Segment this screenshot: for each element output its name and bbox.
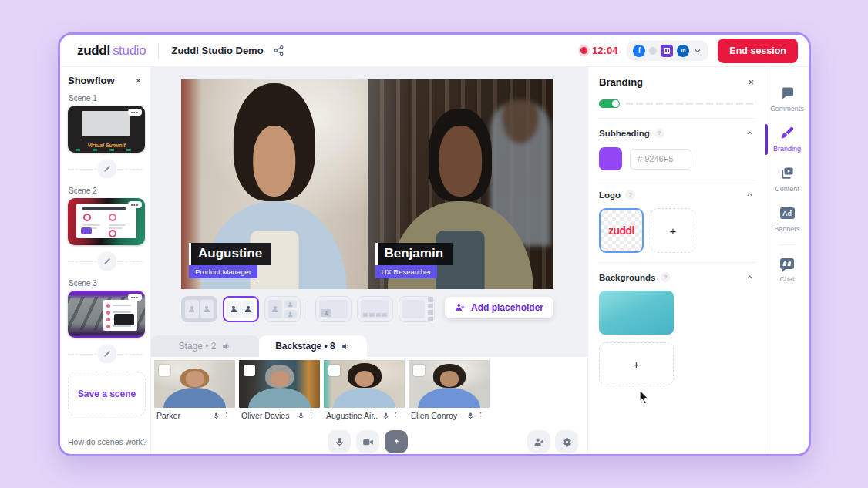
subheading-color-swatch[interactable] bbox=[599, 147, 622, 170]
right-toolbar: Comments Branding Content Ad Banners Cha bbox=[765, 67, 809, 454]
kebab-menu-icon[interactable]: ⋮ bbox=[307, 411, 315, 421]
invite-person-button[interactable] bbox=[527, 430, 550, 453]
person-add-icon bbox=[455, 302, 466, 313]
participant-video[interactable] bbox=[154, 360, 235, 408]
toolbar-divider bbox=[779, 244, 796, 245]
participant-checkbox[interactable] bbox=[413, 365, 425, 376]
toolbar-item-banners[interactable]: Ad Banners bbox=[765, 200, 809, 240]
share-icon[interactable] bbox=[273, 45, 284, 56]
toolbar-item-content[interactable]: Content bbox=[765, 160, 809, 200]
scene-2-edit-button[interactable] bbox=[97, 252, 116, 271]
speaker-video-benjamin[interactable]: Benjamin UX Researcher bbox=[368, 79, 554, 289]
camera-button[interactable] bbox=[356, 430, 379, 453]
kebab-menu-icon[interactable]: ⋮ bbox=[222, 411, 230, 421]
add-placeholder-button[interactable]: Add placeholder bbox=[445, 297, 553, 318]
participant-video[interactable] bbox=[409, 360, 490, 408]
participant-card: Ellen Conroy ⋮ bbox=[409, 360, 490, 423]
add-logo-button[interactable]: + bbox=[651, 208, 695, 253]
stage-canvas: Augustine Product Manager Benjamin UX Re… bbox=[181, 79, 553, 289]
layout-selector bbox=[181, 295, 435, 323]
scene-2-thumbnail[interactable]: ••• bbox=[68, 198, 145, 245]
tab-backstage[interactable]: Backstage • 8 bbox=[259, 335, 367, 357]
scene-1-thumbnail[interactable]: Virtual Summit ••• bbox=[68, 106, 145, 153]
scene-3-menu-icon[interactable]: ••• bbox=[128, 294, 142, 301]
stage-backstage-tabs: Stage • 2 Backstage • 8 bbox=[151, 335, 367, 357]
branding-close-icon[interactable]: × bbox=[748, 77, 754, 87]
toggle-on-icon[interactable] bbox=[599, 99, 620, 108]
scene-3-thumbnail[interactable]: ••• bbox=[68, 291, 145, 338]
layout-split-button-selected[interactable] bbox=[223, 296, 259, 322]
stream-destinations[interactable]: f in bbox=[627, 41, 708, 61]
branding-title: Branding bbox=[599, 76, 643, 88]
backstage-strip: Parker ⋮ Oliver Davies ⋮ bbox=[151, 357, 587, 423]
disabled-destination-icon[interactable] bbox=[649, 47, 657, 55]
toolbar-item-branding[interactable]: Branding bbox=[765, 119, 809, 160]
settings-gear-button[interactable] bbox=[555, 430, 578, 453]
scene-3-label: Scene 3 bbox=[69, 279, 146, 288]
scene-2-menu-icon[interactable]: ••• bbox=[128, 201, 142, 208]
background-teal-thumbnail[interactable] bbox=[599, 291, 674, 335]
kebab-menu-icon[interactable]: ⋮ bbox=[392, 411, 400, 421]
scene-1-caption: Virtual Summit bbox=[68, 143, 145, 148]
branding-panel: Branding × Subheading ? # 9246F5 Logo ? … bbox=[587, 67, 765, 454]
speaker-icon bbox=[221, 342, 231, 352]
help-icon[interactable]: ? bbox=[661, 272, 671, 282]
logo-tile-selected[interactable]: zuddl bbox=[599, 208, 644, 253]
collapse-chevron-icon[interactable] bbox=[745, 273, 754, 281]
session-timer: 12:04 bbox=[580, 45, 617, 56]
background-aurora-thumbnail[interactable] bbox=[681, 291, 752, 335]
participant-video[interactable] bbox=[324, 360, 405, 408]
help-icon[interactable]: ? bbox=[625, 190, 635, 200]
participant-name: Oliver Davies bbox=[241, 411, 297, 420]
collapse-chevron-icon[interactable] bbox=[745, 129, 754, 137]
microphone-button[interactable] bbox=[328, 430, 351, 453]
kebab-menu-icon[interactable]: ⋮ bbox=[476, 411, 485, 421]
toolbar-item-chat[interactable]: Chat bbox=[765, 250, 809, 290]
layout-bottom-strip-button[interactable] bbox=[357, 296, 393, 322]
participant-name: Augustine Air.. bbox=[326, 411, 382, 420]
participant-name: Parker bbox=[156, 411, 212, 420]
layout-pip-button[interactable] bbox=[315, 296, 352, 322]
zuddl-studio-window: zuddl studio Zuddl Studio Demo 12:04 f i… bbox=[58, 32, 811, 456]
subheading-section-header: Subheading ? bbox=[599, 128, 754, 138]
participant-checkbox[interactable] bbox=[328, 365, 340, 376]
desktop-background: zuddl studio Zuddl Studio Demo 12:04 f i… bbox=[0, 0, 868, 488]
screen-share-button[interactable] bbox=[385, 430, 408, 453]
header-divider bbox=[158, 43, 159, 59]
help-icon[interactable]: ? bbox=[654, 128, 664, 138]
participant-video[interactable] bbox=[239, 360, 320, 408]
participant-checkbox[interactable] bbox=[244, 365, 255, 376]
mic-icon[interactable] bbox=[466, 412, 475, 420]
mic-icon[interactable] bbox=[382, 412, 390, 420]
tab-stage[interactable]: Stage • 2 bbox=[151, 335, 259, 357]
timer-value: 12:04 bbox=[592, 45, 617, 56]
chevron-down-icon[interactable] bbox=[693, 46, 702, 56]
layout-one-plus-two-button[interactable] bbox=[264, 296, 301, 322]
showflow-close-icon[interactable]: × bbox=[135, 76, 141, 86]
recording-dot-icon bbox=[580, 47, 587, 54]
speaker-video-augustine[interactable]: Augustine Product Manager bbox=[181, 79, 368, 289]
layout-two-up-button[interactable] bbox=[181, 296, 217, 322]
participant-checkbox[interactable] bbox=[159, 365, 170, 376]
facebook-icon[interactable]: f bbox=[633, 45, 645, 57]
mic-icon[interactable] bbox=[212, 412, 220, 420]
scene-1-edit-button[interactable] bbox=[97, 160, 116, 179]
banners-ad-icon: Ad bbox=[780, 206, 795, 220]
linkedin-icon[interactable]: in bbox=[677, 45, 689, 57]
twitch-icon[interactable] bbox=[661, 45, 673, 57]
augustine-nametag: Augustine Product Manager bbox=[189, 243, 271, 278]
speaker-name: Benjamin bbox=[375, 243, 453, 265]
save-a-scene-button[interactable]: Save a scene bbox=[68, 372, 146, 416]
scene-3-edit-button[interactable] bbox=[97, 345, 116, 364]
how-scenes-work-link[interactable]: How do scenes work? bbox=[68, 437, 147, 446]
layout-right-strip-button[interactable] bbox=[399, 296, 435, 322]
end-session-button[interactable]: End session bbox=[718, 39, 798, 63]
subheading-color-input[interactable]: # 9246F5 bbox=[630, 149, 691, 170]
collapse-chevron-icon[interactable] bbox=[745, 190, 754, 199]
speaker-icon bbox=[341, 342, 351, 352]
scene-1-menu-icon[interactable]: ••• bbox=[128, 109, 142, 116]
mic-icon[interactable] bbox=[297, 412, 305, 420]
toolbar-item-comments[interactable]: Comments bbox=[765, 79, 809, 119]
add-background-button[interactable]: + bbox=[599, 342, 674, 385]
comments-icon bbox=[780, 86, 795, 100]
